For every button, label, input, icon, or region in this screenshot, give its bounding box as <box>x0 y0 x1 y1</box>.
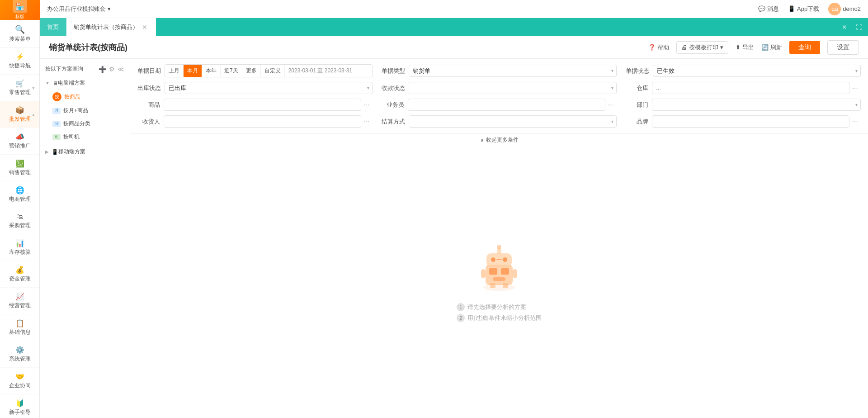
logo-icon: 🏪 <box>13 0 27 13</box>
sidebar-item-inventory[interactable]: 📊 库存核算 <box>0 234 39 261</box>
refresh-btn[interactable]: 🔄 刷新 <box>761 43 782 52</box>
print-btn[interactable]: 🖨 按模板打印 ▾ <box>676 41 728 54</box>
header-left: 办公用品行业模拟账套 ▾ <box>47 5 111 13</box>
receipt-status-select[interactable] <box>409 82 616 94</box>
date-btn-this-month[interactable]: 本月 <box>184 65 202 77</box>
tab-home[interactable]: 首页 <box>40 18 66 36</box>
date-btn-7days[interactable]: 近7天 <box>221 65 242 77</box>
receiver-input[interactable] <box>164 115 361 128</box>
app-logo[interactable]: 🏪 标版 <box>0 0 40 20</box>
scheme-by-category-icon: 分 <box>52 121 61 127</box>
warehouse-status-select[interactable]: 已出库 <box>165 82 372 94</box>
tab-sales-stat[interactable]: 销货单统计表（按商品） ✕ <box>66 18 156 36</box>
scheme-panel: 按以下方案查询 ➕ ⚙ ≪ ▼ 🖥 电脑端方案 按 <box>40 59 130 418</box>
scheme-item-by-category[interactable]: 分 按商品分类 <box>40 117 130 130</box>
svg-point-11 <box>503 257 507 262</box>
date-btn-custom[interactable]: 自定义 <box>261 65 285 77</box>
settings-button[interactable]: 设置 <box>827 40 859 55</box>
tab-close-icon[interactable]: ✕ <box>141 23 148 31</box>
export-label: 导出 <box>742 43 754 52</box>
warehouse-dots-btn[interactable]: ··· <box>849 84 861 92</box>
warehouse-status-select-wrapper[interactable]: 已出库 ▾ <box>165 82 373 94</box>
date-label: 单据日期 <box>137 67 161 75</box>
tab-close-window-btn[interactable]: ✕ <box>839 22 850 33</box>
inventory-label: 库存核算 <box>9 248 31 256</box>
sidebar-item-finance[interactable]: 💰 资金管理 <box>0 261 39 288</box>
product-dots-btn[interactable]: ··· <box>361 101 373 109</box>
scheme-group-desktop-label: 电脑端方案 <box>58 79 85 87</box>
sidebar-item-system[interactable]: ⚙️ 系统管理 <box>0 341 39 368</box>
salesperson-dots-btn[interactable]: ··· <box>605 101 617 109</box>
doc-type-select[interactable]: 销货单 <box>409 65 616 76</box>
product-input[interactable] <box>164 99 361 111</box>
operations-icon: 📈 <box>15 292 24 301</box>
user-profile-btn[interactable]: Ea demo2 <box>828 3 861 15</box>
messages-label: 消息 <box>767 5 779 13</box>
content-with-sidebar: 按以下方案查询 ➕ ⚙ ≪ ▼ 🖥 电脑端方案 按 <box>40 59 868 418</box>
sidebar-item-ecommerce[interactable]: 🌐 电商管理 <box>0 181 39 208</box>
tab-maximize-btn[interactable]: ⛶ <box>854 22 864 33</box>
svg-rect-1 <box>486 265 513 285</box>
sidebar-item-basic[interactable]: 📋 基础信息 <box>0 314 39 341</box>
scheme-collapse-btn[interactable]: ≪ <box>118 66 124 73</box>
scheme-settings-btn[interactable]: ⚙ <box>109 66 115 73</box>
scheme-by-category-label: 按商品分类 <box>63 120 90 128</box>
enterprise-icon: 🤝 <box>15 372 24 381</box>
brand-input[interactable] <box>652 115 849 128</box>
doc-status-select[interactable]: 已生效 <box>653 65 860 76</box>
query-button[interactable]: 查询 <box>789 41 820 54</box>
svg-rect-8 <box>503 283 508 288</box>
sidebar-item-retail[interactable]: 🛒 零售管理 ▼ <box>0 75 39 101</box>
salesperson-input[interactable] <box>408 99 605 111</box>
export-btn[interactable]: ⬆ 导出 <box>736 43 754 52</box>
brand-dots-btn[interactable]: ··· <box>849 118 861 126</box>
app-download-btn[interactable]: 📱 App下载 <box>788 5 819 13</box>
scheme-item-by-month-product[interactable]: 月 按月+商品 <box>40 104 130 117</box>
date-period-selector[interactable]: 上月 本月 本年 近7天 更多 自定义 2023-03-01 至 2023-03… <box>165 64 373 77</box>
messages-btn[interactable]: 💬 消息 <box>758 5 779 13</box>
receipt-status-select-wrapper[interactable]: ▾ <box>409 82 617 94</box>
filter-form: 单据日期 上月 本月 本年 近7天 更多 自定义 2023-03-01 至 20… <box>130 59 868 133</box>
sidebar-item-operations[interactable]: 📈 经营管理 <box>0 288 39 314</box>
sidebar-item-enterprise[interactable]: 🤝 企业协同 <box>0 368 39 394</box>
date-btn-last-month[interactable]: 上月 <box>165 65 184 77</box>
search-icon: 🔍 <box>15 24 25 34</box>
department-select-wrapper[interactable]: ▾ <box>652 99 861 111</box>
scheme-item-by-product[interactable]: 按 按商品 <box>40 90 130 104</box>
sidebar-item-shortcuts[interactable]: ⚡ 快捷导航 <box>0 48 39 75</box>
payment-select-wrapper[interactable]: ▾ <box>409 115 617 128</box>
collapse-btn[interactable]: ∧ 收起更多条件 <box>130 133 868 147</box>
sidebar-search[interactable]: 🔍 搜索菜单 <box>0 20 39 48</box>
industry-selector[interactable]: 办公用品行业模拟账套 ▾ <box>47 5 111 13</box>
logo-label: 标版 <box>15 14 24 20</box>
svg-rect-6 <box>513 269 517 278</box>
date-btn-this-year[interactable]: 本年 <box>202 65 221 77</box>
receiver-dots-btn[interactable]: ··· <box>361 118 373 126</box>
empty-illustration <box>472 240 526 294</box>
sidebar: 🏪 标版 🔍 搜索菜单 ⚡ 快捷导航 🛒 零售管理 ▼ 📦 批发管理 ▲ 📣 营… <box>0 0 40 418</box>
sidebar-item-guide[interactable]: 🔰 新手引导 <box>0 394 39 418</box>
app-download-label: App下载 <box>797 5 819 13</box>
department-select[interactable] <box>652 99 860 110</box>
scheme-group-mobile-title[interactable]: ▶ 📱 移动端方案 <box>40 145 130 158</box>
svg-point-14 <box>497 245 501 249</box>
sidebar-item-marketing[interactable]: 📣 营销推广 <box>0 128 39 155</box>
sidebar-item-sales[interactable]: 💹 销售管理 <box>0 155 39 181</box>
scheme-group-mobile-arrow: ▶ <box>45 149 49 154</box>
doc-status-select-wrapper[interactable]: 已生效 ▾ <box>653 65 861 77</box>
scheme-group-desktop-title[interactable]: ▼ 🖥 电脑端方案 <box>40 76 130 90</box>
warehouse-input[interactable] <box>652 82 849 94</box>
messages-icon: 💬 <box>758 5 765 12</box>
doc-type-select-wrapper[interactable]: 销货单 ▾ <box>409 65 617 77</box>
help-btn[interactable]: ❓ 帮助 <box>648 43 669 52</box>
date-btn-more[interactable]: 更多 <box>242 65 261 77</box>
enterprise-label: 企业协同 <box>9 382 31 390</box>
scheme-item-by-driver[interactable]: 司 按司机 <box>40 130 130 143</box>
sidebar-item-wholesale[interactable]: 📦 批发管理 ▲ <box>0 101 39 128</box>
payment-select[interactable] <box>409 116 616 127</box>
header-right: 💬 消息 📱 App下载 Ea demo2 <box>758 3 861 15</box>
sidebar-item-purchase[interactable]: 🛍 采购管理 <box>0 208 39 234</box>
department-label: 部门 <box>626 101 648 109</box>
page-actions: ❓ 帮助 🖨 按模板打印 ▾ ⬆ 导出 🔄 刷新 查询 设置 <box>648 40 859 55</box>
scheme-add-btn[interactable]: ➕ <box>99 66 106 73</box>
